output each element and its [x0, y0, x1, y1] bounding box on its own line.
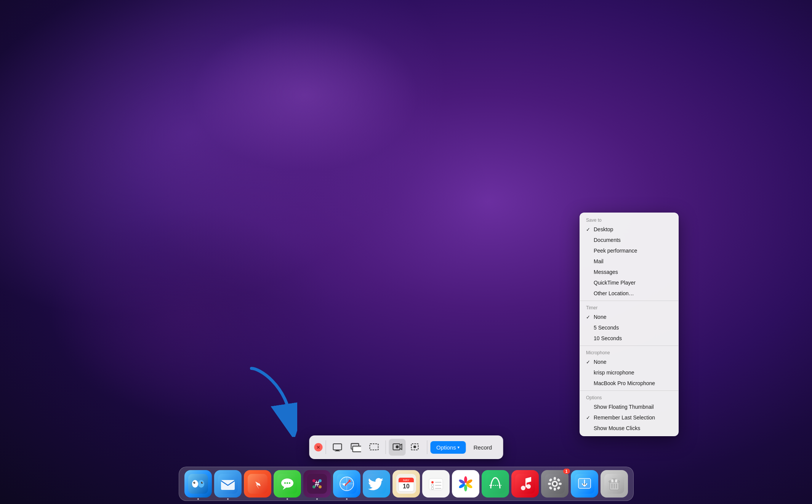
menu-item-peek-label: Peek performance: [594, 248, 672, 254]
svg-point-13: [192, 480, 198, 488]
menu-item-quicktime[interactable]: QuickTime Player: [580, 277, 678, 288]
svg-point-18: [202, 482, 203, 483]
dock-item-calendar-app[interactable]: 10 MAY: [392, 470, 420, 498]
svg-point-15: [193, 482, 195, 484]
menu-item-remember-last-label: Remember Last Selection: [594, 414, 672, 421]
screenshot-toolbar: Options ▾ Record: [309, 435, 503, 459]
menu-item-desktop[interactable]: ✓ Desktop: [580, 224, 678, 235]
menu-item-krisp-label: krisp microphone: [594, 370, 672, 376]
dock-item-pixelmator[interactable]: [482, 470, 509, 498]
svg-rect-62: [485, 474, 505, 494]
dock-item-messages[interactable]: [274, 470, 301, 498]
menu-item-none-mic-label: None: [594, 359, 672, 365]
menu-item-show-mouse-label: Show Mouse Clicks: [594, 425, 672, 431]
svg-rect-1: [336, 450, 339, 451]
menu-item-show-floating[interactable]: Show Floating Thumbnail: [580, 402, 678, 412]
menu-item-none-mic[interactable]: ✓ None: [580, 357, 678, 367]
capture-selection-button[interactable]: [365, 439, 382, 456]
menu-item-krisp[interactable]: krisp microphone: [580, 367, 678, 378]
dock-item-airdrop[interactable]: [571, 470, 598, 498]
svg-rect-73: [559, 483, 562, 485]
menu-item-5-seconds[interactable]: 5 Seconds: [580, 322, 678, 333]
dock-item-mail[interactable]: [214, 470, 242, 498]
menu-item-mail[interactable]: Mail: [580, 256, 678, 267]
dock-item-reminders[interactable]: [422, 470, 450, 498]
svg-rect-63: [515, 474, 535, 494]
svg-point-17: [194, 482, 195, 483]
svg-text:10: 10: [403, 483, 410, 490]
desktop-background: [0, 0, 812, 504]
dock-item-safari[interactable]: [333, 470, 360, 498]
dock-item-spark[interactable]: [244, 470, 271, 498]
svg-rect-4: [351, 443, 359, 445]
dock-item-finder[interactable]: [184, 470, 212, 498]
menu-item-none-timer[interactable]: ✓ None: [580, 312, 678, 322]
blue-arrow: [236, 361, 297, 438]
svg-rect-72: [548, 483, 551, 485]
options-dropdown-menu: Save to ✓ Desktop Documents Peek perform…: [580, 213, 679, 436]
record-screen-button[interactable]: [389, 439, 405, 456]
dock-dot-mail: [227, 498, 229, 500]
svg-point-49: [431, 481, 434, 483]
svg-point-25: [284, 482, 286, 484]
dock-item-twitter[interactable]: [363, 470, 390, 498]
dock-item-trash[interactable]: [601, 470, 628, 498]
dock-item-system-preferences[interactable]: 1: [541, 470, 569, 498]
dock-item-music[interactable]: [511, 470, 539, 498]
capture-window-button[interactable]: [347, 439, 364, 456]
svg-rect-7: [370, 444, 378, 450]
toolbar-divider-3: [427, 440, 427, 454]
dock-item-photos[interactable]: [452, 470, 479, 498]
menu-item-remember-last[interactable]: ✓ Remember Last Selection: [580, 412, 678, 423]
capture-screen-button[interactable]: [329, 439, 346, 456]
svg-point-32: [312, 485, 316, 488]
svg-point-11: [413, 446, 416, 448]
options-button[interactable]: Options ▾: [430, 441, 466, 454]
dock-dot-finder: [197, 498, 199, 500]
menu-item-messages[interactable]: Messages: [580, 267, 678, 277]
svg-rect-0: [333, 444, 341, 450]
menu-item-macbook-mic[interactable]: MacBook Pro Microphone: [580, 378, 678, 389]
options-section-header: Options: [580, 393, 678, 402]
svg-point-30: [312, 479, 316, 482]
menu-item-messages-label: Messages: [594, 269, 672, 275]
menu-item-10sec-label: 10 Seconds: [594, 335, 672, 341]
separator-1: [580, 301, 678, 301]
svg-point-65: [526, 484, 531, 489]
checkmark-remember-last: ✓: [586, 415, 591, 421]
options-button-label: Options: [436, 444, 456, 451]
menu-item-show-mouse[interactable]: Show Mouse Clicks: [580, 423, 678, 434]
menu-item-peek-performance[interactable]: Peek performance: [580, 245, 678, 256]
menu-item-none-timer-label: None: [594, 314, 672, 320]
svg-point-33: [319, 485, 322, 488]
record-button[interactable]: Record: [468, 441, 498, 454]
menu-item-macbook-mic-label: MacBook Pro Microphone: [594, 380, 672, 386]
menu-item-5sec-label: 5 Seconds: [594, 325, 672, 331]
svg-point-27: [289, 482, 290, 484]
svg-point-64: [521, 486, 525, 490]
menu-item-other-location[interactable]: Other Location…: [580, 288, 678, 299]
close-button[interactable]: [314, 443, 322, 451]
record-button-label: Record: [474, 444, 492, 451]
svg-text:MAY: MAY: [403, 478, 409, 482]
svg-rect-71: [554, 488, 556, 491]
menu-item-documents-label: Documents: [594, 237, 672, 243]
menu-item-10-seconds[interactable]: 10 Seconds: [580, 333, 678, 344]
svg-point-26: [287, 482, 288, 484]
dock-item-slack[interactable]: #: [303, 470, 331, 498]
menu-item-documents[interactable]: Documents: [580, 235, 678, 245]
separator-3: [580, 390, 678, 391]
dock: #: [179, 467, 634, 501]
menu-item-other-label: Other Location…: [594, 290, 672, 296]
svg-point-69: [553, 482, 556, 485]
dock-dot-slack: [316, 498, 318, 500]
toolbar-divider-1: [325, 440, 326, 454]
svg-rect-88: [615, 479, 617, 483]
options-chevron-icon: ▾: [458, 445, 460, 450]
checkmark-desktop: ✓: [586, 227, 591, 232]
record-selection-button[interactable]: [407, 439, 424, 456]
checkmark-none-mic: ✓: [586, 359, 591, 365]
menu-item-quicktime-label: QuickTime Player: [594, 280, 672, 286]
svg-rect-2: [335, 451, 340, 451]
menu-item-show-floating-label: Show Floating Thumbnail: [594, 404, 672, 410]
